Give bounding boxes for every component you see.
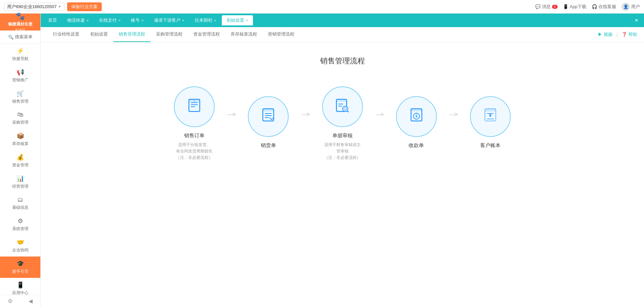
- user-item[interactable]: 👤 用户: [622, 3, 640, 11]
- logo-icon: 🐾: [16, 12, 25, 21]
- sidebar-item-purchase-mgmt[interactable]: 🛍 采购管理: [0, 108, 40, 129]
- tab-close-icon[interactable]: ✕: [182, 19, 184, 22]
- sub-tab-industry-settings[interactable]: 行业特性设置: [47, 27, 85, 42]
- nav-tab-label: 邀请下游客户: [154, 17, 180, 23]
- sidebar: 🐾 畅捷通好生意 标准版 🔍 搜索菜单 ⚡ 快捷导航 📢 营销推广 🛒 销售管理…: [0, 14, 41, 307]
- tab-close-icon[interactable]: ✕: [141, 19, 144, 22]
- search-menu[interactable]: 🔍 搜索菜单: [0, 30, 40, 44]
- flow-circle-receipt: ¥: [396, 96, 437, 137]
- sidebar-item-app-center[interactable]: 📱 应用中心: [0, 278, 40, 295]
- svg-rect-19: [411, 109, 422, 111]
- nav-icon-inventory: 📦: [17, 132, 24, 140]
- nav-tab-payment[interactable]: 在线支付✕: [94, 15, 125, 25]
- flow-icon-customer-ledger: ¥: [482, 107, 499, 126]
- tab-close-icon[interactable]: ✕: [214, 19, 216, 22]
- nav-tab-period-init[interactable]: 往来期初✕: [190, 15, 221, 25]
- online-service-item[interactable]: 🎧 在线客服: [592, 4, 616, 10]
- sub-tab-inventory-flow[interactable]: 库存核算流程: [225, 27, 262, 42]
- sub-tab-sales-flow[interactable]: 销售管理流程: [113, 27, 151, 42]
- flow-icon-sales-order: ≡: [186, 97, 202, 117]
- flow-circle-customer-ledger: ¥: [470, 96, 511, 137]
- play-icon: ▶: [598, 32, 602, 37]
- chevron-down-icon: ▼: [58, 5, 61, 8]
- online-service-label: 在线客服: [599, 4, 616, 10]
- sidebar-item-enterprise-collab[interactable]: 🤝 企业协同: [0, 235, 40, 257]
- sub-tab-initial-setup[interactable]: 初始设置: [85, 27, 113, 42]
- nav-tab-home[interactable]: 首页: [43, 15, 62, 25]
- flow-diagram: ≡ 销售订单适用于分批发货、 有合同发货周期较长 （注：非必要流程）- - ->…: [47, 86, 637, 161]
- logo-text: 畅捷通好生意: [8, 21, 33, 27]
- nav-tab-account[interactable]: 账号✕: [126, 15, 149, 25]
- flow-item-sales-invoice[interactable]: 销货单: [238, 96, 299, 151]
- logo-area: 🐾 畅捷通好生意 标准版: [0, 14, 40, 30]
- sidebar-item-label: 采购管理: [12, 120, 28, 125]
- sidebar-item-new-guide[interactable]: 🎓 新手引导: [0, 257, 40, 278]
- flow-item-sales-order[interactable]: ≡ 销售订单适用于分批发货、 有合同发货周期较长 （注：非必要流程）: [164, 86, 225, 161]
- nav-icon-operations-mgmt: 📊: [17, 175, 24, 182]
- settings-icon[interactable]: ⚙: [8, 298, 13, 304]
- nav-tabs: 首页物流快递✕在线支付✕账号✕邀请下游客户✕往来期初✕初始设置✕✕: [41, 14, 644, 27]
- nav-icon-sales-mgmt: 🛒: [17, 90, 24, 97]
- app-download-label: App下载: [570, 4, 586, 10]
- nav-icon-system-mgmt: ⚙: [18, 217, 23, 225]
- flow-item-title-document-review: 单据审核: [332, 132, 353, 139]
- nav-icon-basic-info: 🗂: [17, 196, 23, 203]
- nav-tab-label: 往来期初: [195, 17, 212, 23]
- flow-arrow-3: - - ->: [376, 111, 383, 136]
- sidebar-item-finance-mgmt[interactable]: 💰 资金管理: [0, 150, 40, 171]
- page-area: 行业特性设置初始设置销售管理流程采购管理流程资金管理流程库存核算流程营销管理流程…: [41, 27, 644, 307]
- nav-icon-enterprise-collab: 🤝: [17, 239, 24, 246]
- sidebar-item-label: 应用中心: [12, 290, 28, 295]
- flow-circle-sales-invoice: [248, 96, 289, 137]
- sub-tab-finance-flow[interactable]: 资金管理流程: [188, 27, 225, 42]
- nav-icon-new-guide: 🎓: [17, 260, 24, 267]
- collapse-icon[interactable]: ◀: [28, 298, 33, 304]
- flow-arrow-2: - - ->: [301, 111, 309, 136]
- sidebar-item-label: 资金管理: [12, 162, 28, 168]
- sub-tab-marketing-flow[interactable]: 营销管理流程: [262, 27, 300, 42]
- question-icon: ❓: [622, 32, 627, 37]
- flow-item-customer-ledger[interactable]: ¥ 客户账本: [460, 96, 521, 151]
- nav-tab-invite-customer[interactable]: 邀请下游客户✕: [149, 15, 189, 25]
- search-icon: 🔍: [8, 35, 14, 40]
- nav-tab-label: 在线支付: [99, 17, 117, 23]
- sidebar-item-inventory[interactable]: 📦 库存核算: [0, 129, 40, 150]
- sidebar-item-operations-mgmt[interactable]: 📊 经营管理: [0, 171, 40, 193]
- svg-text:¥: ¥: [415, 114, 418, 118]
- sub-tab-purchase-flow[interactable]: 采购管理流程: [151, 27, 188, 42]
- sidebar-item-label: 销售管理: [12, 99, 28, 104]
- download-icon: 📱: [563, 4, 568, 9]
- sidebar-item-system-mgmt[interactable]: ⚙ 系统管理: [0, 214, 40, 235]
- sidebar-item-basic-info[interactable]: 🗂 基础信息: [0, 193, 40, 214]
- sidebar-nav: ⚡ 快捷导航 📢 营销推广 🛒 销售管理 🛍 采购管理 📦 库存核算 💰 资金管…: [0, 44, 40, 295]
- nav-tab-label: 首页: [48, 17, 57, 23]
- flow-arrow-4: - - ->: [450, 111, 457, 136]
- layout: 🐾 畅捷通好生意 标准版 🔍 搜索菜单 ⚡ 快捷导航 📢 营销推广 🛒 销售管理…: [0, 14, 644, 307]
- sidebar-item-quick-nav[interactable]: ⚡ 快捷导航: [0, 44, 40, 65]
- sidebar-item-label: 库存核算: [12, 141, 28, 147]
- flow-item-document-review[interactable]: 单据审核适用于财务审核或主 管审核 （注：非必要流程）: [312, 86, 373, 161]
- tab-close-icon[interactable]: ✕: [118, 19, 121, 22]
- tab-close-icon[interactable]: ✕: [86, 19, 89, 22]
- app-download-item[interactable]: 📱 App下载: [563, 4, 586, 10]
- message-item[interactable]: 💬 消息 6: [535, 4, 558, 10]
- sidebar-item-label: 营销推广: [12, 77, 28, 83]
- user-selector[interactable]: 用户690企业1660120507 ▼: [4, 3, 64, 11]
- tab-close-icon[interactable]: ✕: [246, 19, 248, 22]
- help-link[interactable]: ❓ 帮助: [622, 32, 637, 38]
- sidebar-item-marketing-promo[interactable]: 📢 营销推广: [0, 65, 40, 86]
- svg-text:≡: ≡: [194, 100, 195, 102]
- video-link[interactable]: ▶ 视频: [598, 32, 612, 38]
- svg-rect-24: [485, 109, 496, 111]
- window-close-icon[interactable]: ✕: [632, 16, 641, 24]
- nav-tab-logistics[interactable]: 物流快递✕: [62, 15, 94, 25]
- nav-tab-initial-setup[interactable]: 初始设置✕: [222, 15, 253, 25]
- message-icon: 💬: [535, 4, 541, 9]
- nav-tab-label: 账号: [131, 17, 140, 23]
- sidebar-item-sales-mgmt[interactable]: 🛒 销售管理: [0, 86, 40, 108]
- experience-btn[interactable]: 体验行业方案: [67, 2, 102, 11]
- flow-item-receipt[interactable]: ¥ 收款单: [386, 96, 447, 151]
- flow-icon-sales-invoice: [260, 107, 276, 126]
- svg-line-15: [347, 110, 349, 112]
- sidebar-item-label: 企业协同: [12, 247, 28, 253]
